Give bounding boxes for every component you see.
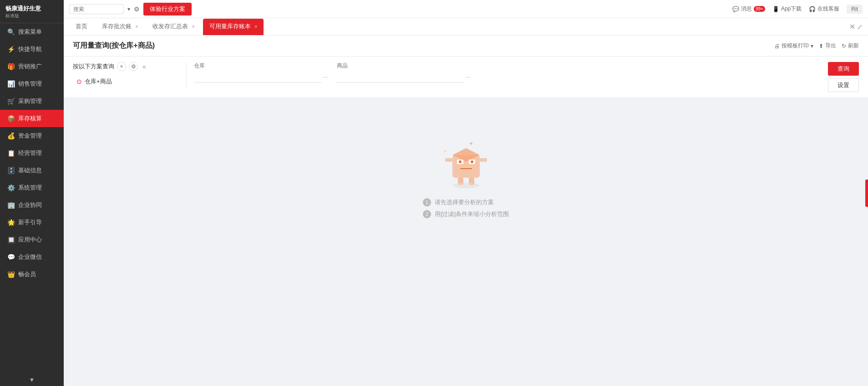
sidebar-icon-quick-nav: ⚡: [7, 46, 15, 53]
trial-industry-button[interactable]: 体验行业方案: [143, 3, 192, 15]
tab-label-home: 首页: [76, 22, 87, 31]
search-dropdown-icon[interactable]: ▾: [127, 6, 130, 12]
sidebar-item-marketing[interactable]: 🎁 营销推广: [0, 58, 64, 75]
sidebar-icon-app-center: 🔲: [7, 236, 15, 243]
print-button[interactable]: 🖨 按模板打印 ▾: [774, 42, 813, 50]
refresh-button[interactable]: ↻ 刷新: [842, 42, 859, 50]
scheme-panel: 按以下方案查询 + ⚙ « ⊙ 仓库+商品: [73, 62, 187, 88]
sidebar-item-search[interactable]: 🔍 搜索菜单: [0, 23, 64, 41]
hint-num-1: 1: [423, 198, 431, 206]
empty-hint-2: 2 用[过滤]条件来缩小分析范围: [423, 210, 509, 218]
sidebar-label-finance: 资金管理: [18, 132, 42, 140]
user-name: Rit: [851, 6, 858, 12]
sidebar-label-member: 畅会员: [18, 270, 36, 278]
sidebar-icon-member: 👑: [7, 271, 15, 278]
svg-rect-9: [445, 158, 452, 162]
scheme-header-label: 按以下方案查询: [73, 62, 114, 71]
sidebar-item-inventory[interactable]: 📦 库存核算: [0, 110, 64, 127]
collapse-scheme-icon[interactable]: «: [142, 63, 146, 70]
sidebar-label-system: 系统管理: [18, 184, 42, 192]
sidebar-item-sales[interactable]: 📊 销售管理: [0, 75, 64, 93]
print-dropdown-icon: ▾: [811, 43, 813, 49]
sidebar-logo-title: 畅康通好生意: [5, 5, 58, 13]
app-label: App下载: [781, 5, 802, 13]
tab-collect-summary[interactable]: 收发存汇总表×: [146, 19, 201, 35]
sidebar-icon-system: ⚙️: [7, 184, 15, 191]
main-area: ▾ ⚙ 体验行业方案 💬 消息 99+ 📱 App下载 🎧 在线客服 Rit 首: [64, 0, 868, 386]
settings-icon[interactable]: ⚙: [134, 5, 140, 13]
export-button[interactable]: ⬆ 导出: [819, 42, 836, 50]
sidebar-item-quick-nav[interactable]: ⚡ 快捷导航: [0, 41, 64, 58]
message-badge: 99+: [754, 6, 765, 12]
add-scheme-button[interactable]: +: [117, 62, 126, 71]
sidebar-icon-finance: 💰: [7, 132, 15, 139]
empty-state: ✦ ✦ 1 请先选择要分析的方案 2 用[过滤]条件来缩小分析范围: [64, 98, 868, 255]
svg-text:✦: ✦: [468, 140, 474, 147]
sidebar-logo: 畅康通好生意 标准版: [0, 0, 64, 23]
user-menu[interactable]: Rit: [847, 5, 863, 14]
sidebar-item-wechat[interactable]: 💬 企业微信: [0, 248, 64, 266]
online-service-button[interactable]: 🎧 在线客服: [809, 5, 839, 13]
tab-close-window[interactable]: ✕: [849, 22, 855, 31]
product-more-icon[interactable]: ···: [466, 74, 471, 80]
tab-expand-icon[interactable]: ⤢: [857, 23, 863, 31]
action-buttons: 查询 设置: [828, 62, 859, 92]
tab-bar: 首页库存批次账×收发存汇总表×可用量库存账本×✕ ⤢: [64, 18, 868, 36]
sidebar-item-finance[interactable]: 💰 资金管理: [0, 127, 64, 144]
sidebar-item-newbie[interactable]: 🌟 新手引导: [0, 214, 64, 231]
sidebar-item-member[interactable]: 👑 畅会员: [0, 266, 64, 283]
settings-button[interactable]: 设置: [828, 78, 859, 92]
tab-home[interactable]: 首页: [69, 19, 94, 35]
message-button[interactable]: 💬 消息 99+: [732, 5, 765, 13]
sidebar-icon-sales: 📊: [7, 80, 15, 87]
sidebar-label-basic: 基础信息: [18, 166, 42, 175]
sidebar-icon-marketing: 🎁: [7, 63, 15, 70]
refresh-icon: ↻: [842, 43, 846, 49]
empty-hint-1: 1 请先选择要分析的方案: [423, 198, 509, 206]
sidebar-icon-search: 🔍: [7, 28, 15, 36]
sidebar-label-purchase: 采购管理: [18, 97, 42, 105]
tab-available-ledger[interactable]: 可用量库存账本×: [203, 19, 264, 35]
warehouse-more-icon[interactable]: ···: [323, 74, 328, 80]
search-input[interactable]: [69, 4, 124, 14]
sidebar-icon-inventory: 📦: [7, 115, 15, 122]
manage-scheme-button[interactable]: ⚙: [129, 62, 138, 71]
topbar: ▾ ⚙ 体验行业方案 💬 消息 99+ 📱 App下载 🎧 在线客服 Rit: [64, 0, 868, 18]
scheme-item-label: 仓库+商品: [85, 77, 112, 86]
page-title: 可用量查询(按仓库+商品): [73, 41, 155, 51]
tab-close-available-ledger[interactable]: ×: [254, 24, 257, 29]
empty-illustration: ✦ ✦: [439, 134, 493, 189]
app-download-button[interactable]: 📱 App下载: [772, 5, 802, 13]
tab-close-collect-summary[interactable]: ×: [192, 24, 194, 29]
sidebar-item-system[interactable]: ⚙️ 系统管理: [0, 179, 64, 196]
message-label: 消息: [741, 5, 752, 13]
sidebar-item-app-center[interactable]: 🔲 应用中心: [0, 231, 64, 248]
warehouse-input[interactable]: [194, 72, 321, 82]
sidebar-icon-operation: 📋: [7, 149, 15, 157]
sidebar-nav: 🔍 搜索菜单 ⚡ 快捷导航 🎁 营销推广 📊 销售管理 🛒 采购管理 📦 库存核…: [0, 23, 64, 374]
sidebar-scroll-down[interactable]: ▼: [0, 374, 64, 386]
sidebar-item-enterprise[interactable]: 🏢 企业协同: [0, 196, 64, 214]
scheme-item-warehouse-product[interactable]: ⊙ 仓库+商品: [73, 75, 181, 88]
empty-hints: 1 请先选择要分析的方案 2 用[过滤]条件来缩小分析范围: [423, 198, 509, 218]
tab-batch-ledger[interactable]: 库存批次账×: [96, 19, 144, 35]
export-icon: ⬆: [819, 43, 823, 49]
sidebar-label-sales: 销售管理: [18, 80, 42, 88]
scheme-header: 按以下方案查询 + ⚙ «: [73, 62, 181, 71]
svg-text:✦: ✦: [443, 149, 447, 154]
query-button[interactable]: 查询: [828, 62, 859, 76]
product-input[interactable]: [337, 72, 464, 82]
service-icon: 🎧: [809, 6, 816, 12]
hint-text-2: 用[过滤]条件来缩小分析范围: [435, 210, 509, 218]
sidebar-label-newbie: 新手引导: [18, 218, 42, 226]
svg-rect-10: [480, 158, 487, 162]
sidebar-icon-basic: 🗄️: [7, 167, 15, 174]
topbar-right: 💬 消息 99+ 📱 App下载 🎧 在线客服 Rit: [732, 5, 863, 14]
sidebar-icon-wechat: 💬: [7, 253, 15, 261]
tab-close-batch-ledger[interactable]: ×: [135, 24, 138, 29]
scheme-item-icon: ⊙: [76, 78, 82, 85]
sidebar-item-purchase[interactable]: 🛒 采购管理: [0, 93, 64, 110]
sidebar-item-basic[interactable]: 🗄️ 基础信息: [0, 162, 64, 179]
sidebar-item-operation[interactable]: 📋 经营管理: [0, 144, 64, 162]
svg-point-4: [459, 160, 462, 163]
